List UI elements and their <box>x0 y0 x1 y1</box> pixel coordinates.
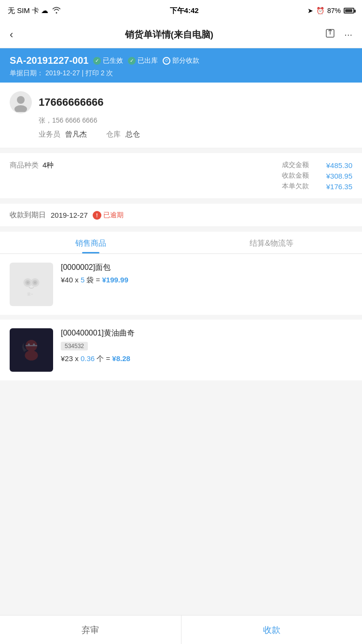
svg-point-11 <box>25 350 38 361</box>
customer-section: 17666666666 张，156 6666 6666 业务员 曾凡杰 仓库 总… <box>0 83 362 148</box>
svg-point-13 <box>28 344 30 346</box>
svg-text:量+: 量+ <box>27 292 33 296</box>
svg-point-2 <box>14 105 27 112</box>
date-value: 2019-12-27 <box>45 69 80 77</box>
alarm-icon: ⏰ <box>316 7 324 14</box>
owed-amount: ¥176.35 <box>314 182 352 191</box>
badge-partial-payment: ⏱ 部分收款 <box>163 56 199 65</box>
header-banner: SA-20191227-001 ✓ 已生效 ✓ 已出库 ⏱ 部分收款 单据日期：… <box>0 48 362 83</box>
product-thumb-2 <box>10 328 53 372</box>
product-tag-2: 534532 <box>61 342 88 350</box>
due-date-label: 收款到期日 <box>10 210 46 220</box>
reject-review-button[interactable]: 弃审 <box>0 616 181 644</box>
order-id: SA-20191227-001 <box>10 55 88 66</box>
nav-bar: ‹ 销货单详情(来自电脑) ··· <box>0 21 362 48</box>
back-button[interactable]: ‹ <box>10 28 13 41</box>
product-info-2: [000400001]黄油曲奇 534532 ¥23 x 0.36 个 = ¥8… <box>61 328 352 364</box>
sim-label: 无 SIM 卡 ☁ <box>8 6 48 15</box>
bottom-bar: 弃审 收款 <box>0 615 362 644</box>
deal-amount: ¥485.30 <box>314 161 352 169</box>
tab-products[interactable]: 销售商品 <box>0 232 181 253</box>
collect-payment-button[interactable]: 收款 <box>181 616 362 644</box>
battery-icon <box>344 8 354 14</box>
tabs-section: 销售商品 结算&物流等 <box>0 232 362 254</box>
overdue-icon: ! <box>93 211 101 220</box>
product-price-2: ¥23 x 0.36 个 = ¥8.28 <box>61 354 352 364</box>
warehouse-info: 仓库 总仓 <box>106 130 140 139</box>
goods-type: 商品种类 4种 <box>10 161 54 170</box>
battery-percent: 87% <box>327 7 341 14</box>
share-icon[interactable] <box>325 28 335 41</box>
overdue-badge: ! 已逾期 <box>93 211 124 220</box>
product-price-1: ¥40 x 5 袋 = ¥199.99 <box>61 276 352 285</box>
svg-point-8 <box>34 281 36 284</box>
status-left: 无 SIM 卡 ☁ <box>8 6 61 15</box>
product-list: 量+ [0000002]面包 ¥40 x 5 袋 = ¥199.99 <box>0 254 362 424</box>
svg-point-14 <box>33 344 35 346</box>
order-date-row: 单据日期： 2019-12-27 | 打印 2 次 <box>10 69 352 78</box>
check-icon-1: ✓ <box>93 57 101 65</box>
status-bar: 无 SIM 卡 ☁ 下午4:42 ➤ ⏰ 87% <box>0 0 362 21</box>
product-total-2: ¥8.28 <box>112 354 130 363</box>
received-amount: ¥308.95 <box>314 172 352 180</box>
clock-icon: ⏱ <box>163 57 170 65</box>
due-date-value: 2019-12-27 <box>51 211 88 219</box>
product-qty-2: 0.36 <box>81 354 95 363</box>
product-item-1: 量+ [0000002]面包 ¥40 x 5 袋 = ¥199.99 <box>0 254 362 315</box>
product-sku-1: [0000002]面包 <box>61 263 352 273</box>
owed-row: 本单欠款 ¥176.35 <box>282 182 352 191</box>
customer-avatar <box>10 91 32 113</box>
product-total-1: ¥199.99 <box>102 276 128 284</box>
svg-point-7 <box>27 281 29 284</box>
wifi-icon <box>52 7 61 15</box>
check-icon-2: ✓ <box>128 57 136 65</box>
customer-meta: 业务员 曾凡杰 仓库 总仓 <box>39 130 352 139</box>
due-date-section: 收款到期日 2019-12-27 ! 已逾期 <box>0 204 362 227</box>
product-item-2: [000400001]黄油曲奇 534532 ¥23 x 0.36 个 = ¥8… <box>0 320 362 380</box>
date-label: 单据日期： <box>10 69 43 77</box>
tab-settlement[interactable]: 结算&物流等 <box>181 232 362 253</box>
location-icon: ➤ <box>307 7 313 14</box>
sales-person: 业务员 曾凡杰 <box>39 130 87 139</box>
more-icon[interactable]: ··· <box>344 29 352 40</box>
status-time: 下午4:42 <box>170 6 199 15</box>
customer-sub-info: 张，156 6666 6666 <box>39 116 352 125</box>
product-thumb-1: 量+ <box>10 263 53 306</box>
amount-stats: 成交金额 ¥485.30 收款金额 ¥308.95 本单欠款 ¥176.35 <box>282 161 352 191</box>
status-right: ➤ ⏰ 87% <box>307 7 354 14</box>
page-title: 销货单详情(来自电脑) <box>125 28 214 41</box>
print-info: | 打印 2 次 <box>82 69 113 77</box>
received-row: 收款金额 ¥308.95 <box>282 171 352 180</box>
product-qty-1: 5 <box>81 276 84 284</box>
product-sku-2: [000400001]黄油曲奇 <box>61 328 352 338</box>
deal-amount-row: 成交金额 ¥485.30 <box>282 161 352 169</box>
svg-point-1 <box>17 96 25 104</box>
nav-actions: ··· <box>325 28 352 41</box>
product-info-1: [0000002]面包 ¥40 x 5 袋 = ¥199.99 <box>61 263 352 285</box>
customer-name: 17666666666 <box>39 96 104 109</box>
badge-shipped: ✓ 已出库 <box>128 56 158 65</box>
stats-section: 商品种类 4种 成交金额 ¥485.30 收款金额 ¥308.95 本单欠款 ¥… <box>0 153 362 199</box>
badge-activated: ✓ 已生效 <box>93 56 123 65</box>
